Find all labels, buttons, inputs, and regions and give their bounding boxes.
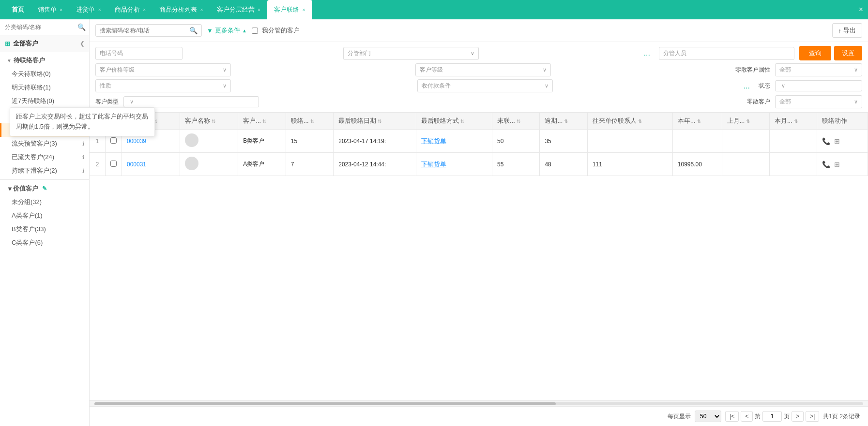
all-customers-header[interactable]: ⊞ 全部客户 ❮: [0, 35, 89, 52]
th-this-month[interactable]: 本月... ⇅: [769, 113, 817, 130]
filter-payment[interactable]: 收付款条件 ∨: [417, 79, 553, 92]
sort-icon-uncontacted[interactable]: ⇅: [517, 118, 520, 124]
row-2-check[interactable]: [110, 161, 117, 167]
export-button[interactable]: ↑ 导出: [832, 23, 863, 38]
sidebar-search-icon[interactable]: 🔍: [77, 23, 86, 31]
next-page-btn[interactable]: >: [792, 411, 804, 422]
search-box[interactable]: 🔍: [95, 24, 202, 37]
sidebar-item-tomorrow[interactable]: 明天待联络(1): [0, 81, 89, 94]
window-close-icon[interactable]: ×: [859, 5, 863, 14]
sidebar-item-c-class[interactable]: C类客户(6): [0, 236, 89, 250]
sort-icon-contact[interactable]: ⇅: [310, 118, 314, 124]
nav-item-goods-list[interactable]: 商品分析列表 ×: [152, 0, 210, 19]
filter-retail-customer[interactable]: 全部 ∨: [775, 95, 862, 108]
nav-item-customer-contact[interactable]: 客户联络 ×: [267, 0, 312, 19]
sidebar-item-a-class[interactable]: A类客户(1): [0, 209, 89, 222]
filter-dept[interactable]: 分管部门 ∨: [343, 47, 479, 60]
nav-item-purchase[interactable]: 进货单 ×: [69, 0, 107, 19]
dots-icon-1[interactable]: ...: [640, 49, 654, 58]
more-conditions-btn[interactable]: ▼ 更多条件 ▲: [207, 26, 247, 35]
scrollbar-track[interactable]: [94, 402, 863, 405]
row-1-phone-icon[interactable]: 📞: [822, 137, 830, 145]
nav-item-goods-analysis[interactable]: 商品分析 ×: [108, 0, 152, 19]
row-1-last-method[interactable]: 下销货单: [416, 130, 492, 153]
main-search-icon[interactable]: 🔍: [189, 27, 198, 34]
sort-icon-last-month[interactable]: ⇅: [746, 118, 750, 124]
page-input[interactable]: [762, 411, 782, 422]
th-last-method[interactable]: 最后联络方式 ⇅: [416, 113, 492, 130]
close-icon-purchase[interactable]: ×: [98, 7, 101, 13]
th-unit-contact[interactable]: 往来单位联系人 ⇅: [587, 113, 672, 130]
close-icon-customer-segment[interactable]: ×: [258, 7, 260, 13]
sort-icon-this-year[interactable]: ⇅: [697, 118, 701, 124]
row-2-name[interactable]: [180, 153, 238, 176]
main-search-input[interactable]: [100, 27, 189, 34]
dots-icon-2[interactable]: ...: [740, 82, 754, 90]
sidebar-item-declining[interactable]: 持续下滑客户(2) ℹ: [0, 164, 89, 177]
last-page-btn[interactable]: >|: [806, 411, 819, 422]
th-last-month[interactable]: 上月... ⇅: [722, 113, 769, 130]
th-last-date[interactable]: 最后联络日期 ⇅: [334, 113, 416, 130]
row-1-name[interactable]: [180, 130, 238, 153]
row-1-grid-icon[interactable]: ⊞: [834, 137, 840, 145]
my-customers-checkbox[interactable]: 我分管的客户: [252, 26, 300, 35]
row-2-code[interactable]: 000031: [122, 153, 180, 176]
sort-icon-last-date[interactable]: ⇅: [378, 118, 381, 124]
collapse-icon[interactable]: ❮: [80, 41, 84, 47]
sort-icon-last-method[interactable]: ⇅: [460, 118, 464, 124]
filter-customer-type[interactable]: ∨: [123, 96, 259, 107]
per-page-select[interactable]: 50 100 200: [695, 411, 721, 422]
nav-item-home[interactable]: 首页: [5, 0, 31, 19]
filter-phone[interactable]: 电话号码: [95, 47, 183, 60]
th-name[interactable]: 客户名称 ⇅: [180, 113, 238, 130]
th-this-year[interactable]: 本年... ⇅: [672, 113, 722, 130]
filter-person[interactable]: 分管人员: [659, 47, 794, 60]
my-customers-check[interactable]: [252, 28, 258, 34]
settings-button[interactable]: 设置: [834, 46, 862, 60]
edit-icon[interactable]: ✎: [42, 185, 47, 192]
nav-item-customer-segment[interactable]: 客户分层经营 ×: [210, 0, 267, 19]
sidebar-item-today[interactable]: 今天待联络(0): [0, 67, 89, 81]
row-2-method-link[interactable]: 下销货单: [421, 161, 446, 168]
sort-icon-type[interactable]: ⇅: [262, 118, 266, 124]
filter-status[interactable]: ∨: [775, 80, 862, 91]
close-icon-goods-list[interactable]: ×: [200, 7, 203, 13]
th-overdue[interactable]: 逾期... ⇅: [540, 113, 587, 130]
sidebar-item-7days[interactable]: 近7天待联络(0): [0, 94, 89, 108]
filter-price-grade[interactable]: 客户价格等级 ∨: [95, 63, 231, 76]
close-icon-customer-contact[interactable]: ×: [302, 7, 305, 13]
sidebar-item-lost-potential[interactable]: 流失预警客户(3) ℹ: [0, 137, 89, 150]
row-1-method-link[interactable]: 下销货单: [421, 137, 446, 145]
close-icon-sales[interactable]: ×: [60, 7, 62, 13]
sidebar-item-unclassified[interactable]: 未分组(32): [0, 195, 89, 209]
sidebar-search-box[interactable]: 🔍: [0, 19, 89, 35]
filter-retail-attr[interactable]: 全部 ∨: [775, 63, 862, 76]
info-icon-3[interactable]: ℹ: [82, 154, 84, 161]
row-1-check[interactable]: [110, 137, 117, 144]
th-type[interactable]: 客户... ⇅: [238, 113, 286, 130]
sort-icon-this-month[interactable]: ⇅: [794, 118, 798, 124]
row-2-last-method[interactable]: 下销货单: [416, 153, 492, 176]
query-button[interactable]: 查询: [799, 46, 831, 60]
value-customers-header[interactable]: ▼ 价值客户 ✎: [0, 182, 89, 195]
info-icon-4[interactable]: ℹ: [82, 168, 84, 174]
sort-icon-overdue[interactable]: ⇅: [564, 118, 568, 124]
sidebar-item-b-class[interactable]: B类客户(33): [0, 222, 89, 236]
nav-item-sales[interactable]: 销售单 ×: [31, 0, 69, 19]
th-contact[interactable]: 联络... ⇅: [286, 113, 333, 130]
th-uncontacted[interactable]: 未联... ⇅: [492, 113, 539, 130]
filter-gender[interactable]: 性质 ∨: [95, 79, 231, 92]
row-2-grid-icon[interactable]: ⊞: [834, 161, 840, 168]
filter-grade[interactable]: 客户等级 ∨: [415, 63, 551, 76]
row-2-phone-icon[interactable]: 📞: [822, 161, 830, 168]
info-icon-2[interactable]: ℹ: [82, 141, 84, 147]
close-icon-goods-analysis[interactable]: ×: [143, 7, 146, 13]
pending-contact-group-label[interactable]: ▼ 待联络客户: [0, 54, 89, 67]
sort-icon-unit-contact[interactable]: ⇅: [638, 118, 642, 124]
first-page-btn[interactable]: |<: [725, 411, 739, 422]
prev-page-btn[interactable]: <: [741, 411, 753, 422]
row-2-checkbox[interactable]: [106, 153, 122, 176]
scrollbar-thumb[interactable]: [94, 402, 556, 405]
sort-icon-name[interactable]: ⇅: [212, 118, 215, 124]
horizontal-scrollbar[interactable]: [90, 400, 868, 406]
